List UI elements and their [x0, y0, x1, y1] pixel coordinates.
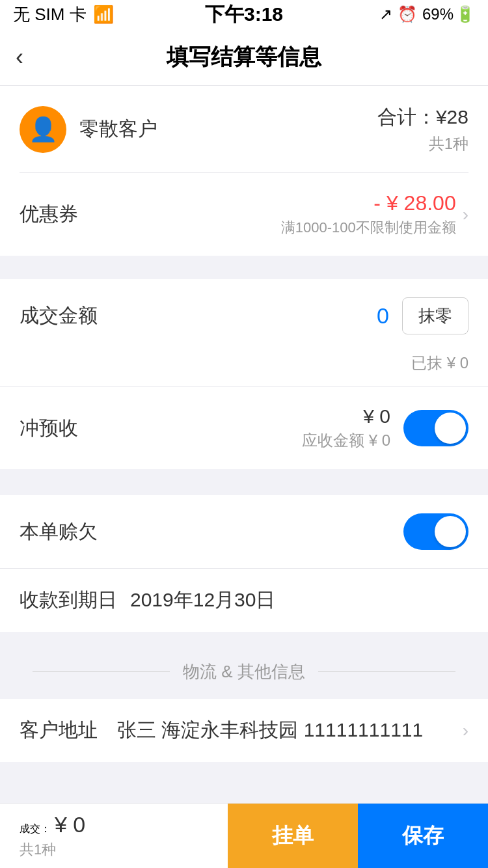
back-button[interactable]: ‹: [16, 44, 23, 71]
customer-row: 👤 零散客户 合计：¥28 共1种: [0, 86, 488, 172]
customer-total: 合计：¥28 共1种: [377, 104, 468, 154]
due-date-row: 收款到期日 2019年12月30日: [0, 568, 488, 632]
advance-sub: 应收金额 ¥ 0: [302, 430, 390, 451]
nav-bar: ‹ 填写结算等信息: [0, 29, 488, 86]
section-gap-2: [0, 469, 488, 482]
battery-icon: 🔋: [455, 5, 475, 23]
bottom-actions: 挂单 保存: [228, 804, 488, 868]
bottom-summary: 成交： ¥ 0 共1种: [0, 804, 228, 868]
advance-toggle[interactable]: [403, 410, 468, 446]
transaction-label: 成交金额: [20, 303, 98, 329]
avatar: 👤: [20, 106, 66, 153]
battery-indicator: 69% 🔋: [422, 5, 475, 23]
address-section: 客户地址 张三 海淀永丰科技园 11111111111 ›: [0, 699, 488, 762]
status-bar: 无 SIM 卡 📶 下午3:18 ↗ ⏰ 69% 🔋: [0, 0, 488, 29]
advance-label: 冲预收: [20, 415, 78, 442]
status-time: 下午3:18: [205, 1, 283, 28]
bottom-summary-amount: ¥ 0: [55, 812, 85, 837]
customer-section: 👤 零散客户 合计：¥28 共1种 优惠券 - ¥ 28.00 满1000-10…: [0, 86, 488, 256]
address-row[interactable]: 客户地址 张三 海淀永丰科技园 11111111111 ›: [0, 699, 488, 762]
page-title: 填写结算等信息: [167, 42, 321, 72]
coupon-row[interactable]: 优惠券 - ¥ 28.00 满1000-100不限制使用金额 ›: [0, 173, 488, 256]
advance-value-block: ¥ 0 应收金额 ¥ 0: [302, 405, 390, 451]
alarm-icon: ⏰: [398, 5, 417, 23]
logistics-header: 物流 & 其他信息: [0, 645, 488, 699]
bottom-bar: 成交： ¥ 0 共1种 挂单 保存: [0, 803, 488, 868]
status-left: 无 SIM 卡 📶: [13, 3, 114, 26]
logistics-section: 物流 & 其他信息: [0, 645, 488, 699]
customer-left: 👤 零散客户: [20, 106, 157, 153]
transaction-value: 0: [377, 303, 389, 329]
transaction-row: 成交金额 0 抹零: [0, 279, 488, 353]
debt-label: 本单赊欠: [20, 519, 98, 545]
avatar-icon: 👤: [29, 116, 58, 143]
due-date-value: 2019年12月30日: [130, 587, 275, 614]
save-button[interactable]: 保存: [358, 804, 488, 868]
debt-toggle[interactable]: [403, 513, 468, 550]
carrier-text: 无 SIM 卡: [13, 3, 87, 26]
advance-amount: ¥ 0: [302, 405, 390, 427]
location-icon: ↗: [379, 5, 392, 23]
content-area: 👤 零散客户 合计：¥28 共1种 优惠券 - ¥ 28.00 满1000-10…: [0, 86, 488, 868]
advance-right: ¥ 0 应收金额 ¥ 0: [302, 405, 468, 451]
advance-row: 冲预收 ¥ 0 应收金额 ¥ 0: [0, 387, 488, 469]
logistics-title: 物流 & 其他信息: [183, 660, 305, 683]
wifi-icon: 📶: [93, 5, 114, 25]
coupon-label: 优惠券: [20, 201, 78, 228]
hold-button[interactable]: 挂单: [228, 804, 358, 868]
due-date-label: 收款到期日: [20, 587, 117, 614]
section-gap-1: [0, 266, 488, 279]
transaction-right: 0 抹零: [377, 297, 468, 334]
total-count: 共1种: [377, 133, 468, 154]
chevron-right-icon: ›: [463, 204, 468, 225]
toggle-knob: [435, 413, 466, 444]
address-label: 客户地址: [20, 717, 98, 744]
customer-name: 零散客户: [79, 116, 157, 142]
status-right: ↗ ⏰ 69% 🔋: [379, 5, 475, 23]
already-rounded: 已抹 ¥ 0: [0, 353, 488, 387]
bottom-summary-count: 共1种: [20, 840, 208, 860]
address-value: 张三 海淀永丰科技园 11111111111: [117, 717, 463, 744]
coupon-desc: 满1000-100不限制使用金额: [281, 218, 456, 237]
bottom-summary-label: 成交：: [20, 822, 51, 836]
debt-toggle-knob: [435, 516, 466, 547]
round-button[interactable]: 抹零: [402, 297, 468, 334]
coupon-amount: - ¥ 28.00: [281, 191, 456, 215]
debt-row: 本单赊欠: [0, 495, 488, 568]
transaction-section: 成交金额 0 抹零 已抹 ¥ 0 冲预收 ¥ 0 应收金额 ¥ 0: [0, 279, 488, 469]
coupon-right: - ¥ 28.00 满1000-100不限制使用金额 ›: [281, 191, 468, 237]
debt-section: 本单赊欠 收款到期日 2019年12月30日: [0, 495, 488, 632]
coupon-value-block: - ¥ 28.00 满1000-100不限制使用金额: [281, 191, 456, 237]
address-chevron-icon: ›: [463, 720, 468, 741]
total-amount: 合计：¥28: [377, 104, 468, 131]
